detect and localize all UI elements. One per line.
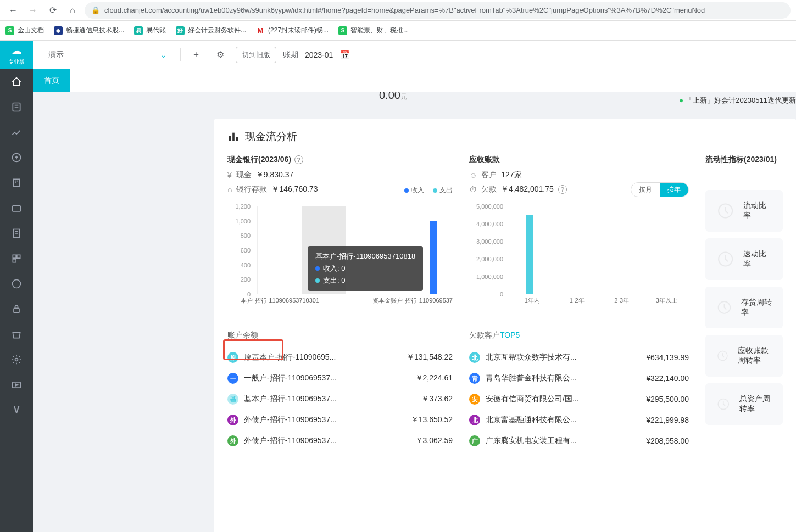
bar-chart-icon [227, 131, 240, 143]
metric-card[interactable]: 流动比率 [705, 190, 783, 232]
bookmark-jinshan[interactable]: S金山文档 [5, 26, 44, 35]
main-content: 0.00元 ●「上新」好会计20230511迭代更新 现金流分析 现金银行(20… [33, 92, 796, 532]
settings-button[interactable]: ⚙ [211, 46, 229, 64]
owe-row[interactable]: 青青岛华胜普金科技有限公...¥322,140.00 [469, 368, 689, 389]
bar-income[interactable] [430, 221, 437, 294]
archive-icon [11, 329, 22, 340]
account-row[interactable]: 一一般户-招行-1109069537...￥2,224.61 [227, 368, 453, 389]
owe-amount: ¥221,999.98 [646, 416, 689, 424]
bookmark-zhinengpiao[interactable]: S智能票、财、税推... [338, 26, 409, 35]
account-amount: ￥3,062.59 [415, 436, 453, 446]
legend-dot-expense [433, 188, 437, 193]
svg-rect-9 [14, 308, 19, 312]
v-icon: V [14, 405, 20, 415]
back-button[interactable]: ← [5, 3, 21, 18]
sidebar-settings[interactable] [0, 347, 33, 372]
bookmark-yidaizhang[interactable]: 易易代账 [134, 26, 166, 35]
sidebar-invoice[interactable] [0, 221, 33, 246]
chart-legend: 收入 支出 [404, 186, 453, 195]
period-toggle: 按月 按年 [631, 182, 689, 197]
url-bar[interactable]: 🔒 cloud.chanjet.com/accounting/uw1eb00zy… [85, 2, 791, 19]
sidebar-funds[interactable] [0, 145, 33, 170]
balance-strip: 0.00元 [379, 92, 407, 102]
metric-card[interactable]: 总资产周转率 [705, 383, 783, 425]
account-name: 一般户-招行-1109069537... [244, 373, 337, 383]
account-row[interactable]: 外外债户-招行-1109069537...￥13,650.52 [227, 410, 453, 430]
sidebar-voucher[interactable] [0, 94, 33, 120]
sidebar-home[interactable] [0, 69, 33, 94]
account-row[interactable]: 外外债户-招行-1109069537...￥3,062.59 [227, 430, 453, 451]
dot-icon: ● [679, 96, 683, 104]
sidebar-report[interactable] [0, 246, 33, 271]
browser-nav: ← → ⟳ ⌂ 🔒 cloud.chanjet.com/accounting/u… [0, 0, 796, 21]
svg-point-10 [15, 359, 18, 361]
sidebar-archive[interactable] [0, 322, 33, 347]
sidebar: ☁ 专业版 V [0, 41, 33, 532]
info-icon[interactable]: ? [294, 155, 303, 164]
account-amount: ￥373.62 [421, 394, 453, 404]
switch-version-button[interactable]: 切到旧版 [236, 47, 276, 63]
grid-icon [11, 253, 22, 264]
info-icon[interactable]: ? [558, 185, 567, 194]
video-icon [11, 379, 22, 390]
forward-button[interactable]: → [25, 3, 41, 18]
liquidity-title: 流动性指标(2023/01) [705, 155, 783, 165]
customer-badge: 北 [469, 352, 480, 363]
customer-badge: 广 [469, 435, 480, 446]
add-button[interactable]: ＋ [187, 46, 205, 64]
bar-1year[interactable] [526, 215, 533, 294]
svg-rect-6 [17, 255, 20, 258]
owe-row[interactable]: 北北京互帮联众数字技术有...¥634,139.99 [469, 347, 689, 368]
account-name: 基本户-招行-1109069537... [244, 394, 337, 404]
metric-icon [716, 201, 734, 221]
home-button[interactable]: ⌂ [65, 3, 80, 18]
sidebar-video[interactable] [0, 372, 33, 397]
user-icon: ☺ [469, 171, 477, 180]
news-ticker[interactable]: ●「上新」好会计20230511迭代更新 [679, 96, 796, 105]
sidebar-v[interactable]: V [0, 397, 33, 423]
account-badge: 外 [227, 415, 238, 425]
tab-home[interactable]: 首页 [33, 69, 70, 92]
bookmark-icon: S [5, 26, 14, 35]
doc-icon [11, 102, 22, 113]
org-name: 演示 [48, 50, 64, 60]
receipt-icon [11, 228, 22, 239]
owe-row[interactable]: 广广东腾安机电安装工程有...¥208,958.00 [469, 430, 689, 451]
metric-card[interactable]: 存货周转率 [705, 287, 783, 328]
toggle-year[interactable]: 按年 [660, 183, 688, 197]
reload-button[interactable]: ⟳ [45, 3, 60, 18]
metric-icon [716, 346, 729, 366]
sidebar-assets[interactable] [0, 170, 33, 195]
cashflow-card: 现金流分析 现金银行(2023/06) ? ¥ 现金 ￥9,830.37 [214, 119, 796, 532]
chevron-down-icon: ⌄ [160, 51, 167, 59]
bookmark-haokuaiji[interactable]: 好好会计云财务软件... [176, 26, 246, 35]
metric-card[interactable]: 应收账款周转率 [705, 335, 783, 377]
account-row[interactable]: 原原基本户-招行-11090695...￥131,548.22 [227, 347, 453, 368]
bank-icon: ⌂ [227, 185, 232, 194]
customer-name: 广东腾安机电安装工程有... [486, 436, 577, 446]
owe-row[interactable]: 安安徽有信商贸有限公司/国...¥295,500.00 [469, 389, 689, 410]
org-selector[interactable]: 演示 ⌄ [42, 46, 174, 64]
period-label: 账期 [283, 50, 298, 60]
metric-label: 速动比率 [743, 249, 772, 269]
app-logo[interactable]: ☁ 专业版 [0, 41, 33, 69]
toggle-month[interactable]: 按月 [631, 183, 660, 197]
customer-name: 青岛华胜普金科技有限公... [486, 373, 577, 383]
tax-icon [11, 278, 22, 289]
owe-row[interactable]: 北北京富基融通科技有限公...¥221,999.98 [469, 410, 689, 430]
account-row[interactable]: 基基本户-招行-1109069537...￥373.62 [227, 389, 453, 410]
svg-rect-12 [229, 136, 231, 141]
sidebar-tax[interactable] [0, 271, 33, 296]
bank-stat: ⌂ 银行存款 ￥146,760.73 收入 支出 [227, 184, 453, 194]
bookmark-changjie[interactable]: ◆畅捷通信息技术股... [54, 26, 124, 35]
sidebar-close[interactable] [0, 296, 33, 322]
metric-icon [716, 394, 731, 414]
bookmark-mail[interactable]: M(227封未读邮件)畅... [256, 26, 329, 35]
calendar-icon[interactable]: 📅 [339, 49, 350, 60]
metric-card[interactable]: 速动比率 [705, 238, 783, 280]
sidebar-chart[interactable] [0, 120, 33, 145]
svg-rect-11 [13, 382, 21, 388]
chart-icon [11, 127, 22, 138]
top-bar: 演示 ⌄ ＋ ⚙ 切到旧版 账期 2023-01 📅 [33, 41, 796, 69]
sidebar-salary[interactable] [0, 195, 33, 221]
